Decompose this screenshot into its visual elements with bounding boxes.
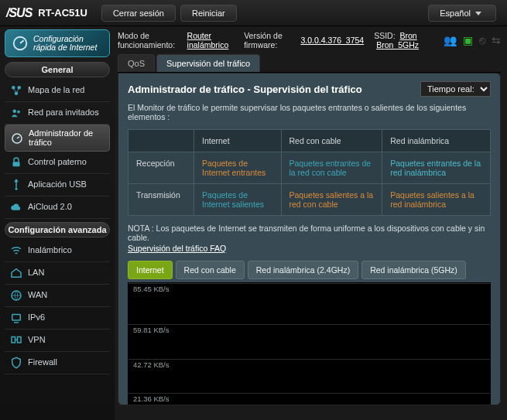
- svg-point-4: [13, 110, 17, 114]
- link-wireless-in[interactable]: Paquetes entrantes de la red inalámbrica: [390, 159, 481, 177]
- network-map-icon: [9, 84, 23, 97]
- top-bar: /SUS RT-AC51U Cerrar sesión Reiniciar Es…: [0, 0, 507, 26]
- globe-icon: [9, 289, 23, 302]
- tab-traffic-monitor[interactable]: Supervisión del tráfico: [156, 54, 260, 72]
- sidebar-item-wan[interactable]: WAN: [5, 285, 110, 307]
- language-label: Español: [440, 9, 471, 18]
- sidebar-item-label: WAN: [28, 291, 47, 300]
- guest-icon: [9, 106, 23, 120]
- info-bar: Modo de funcionamiento: Router inalámbri…: [118, 29, 501, 53]
- model-name: RT-AC51U: [38, 7, 87, 19]
- sidebar-item-label: Red para invitados: [28, 108, 99, 118]
- link-wireless-out[interactable]: Paquetes salientes a la red inalámbrica: [390, 190, 474, 209]
- content-panel: Administrador de tráfico - Supervisión d…: [118, 73, 501, 405]
- sidebar-item-wireless[interactable]: Inalámbrico: [5, 240, 110, 262]
- sidebar-item-parental[interactable]: Control paterno: [5, 152, 110, 174]
- sidebar-item-label: LAN: [28, 268, 44, 278]
- sidebar-item-vpn[interactable]: VPN: [5, 330, 110, 352]
- tab-strip-interfaces: Internet Red con cable Red inalámbrica (…: [128, 261, 491, 279]
- traffic-graph: 85.45 KB/s 59.81 KB/s 42.72 KB/s 21.36 K…: [128, 282, 491, 405]
- usb-status-icon[interactable]: ⎋: [479, 34, 485, 46]
- quick-setup-button[interactable]: Configuración rápida de Internet: [5, 29, 110, 57]
- sidebar-item-label: Aplicación USB: [28, 180, 87, 190]
- tab-iface-wired[interactable]: Red con cable: [176, 261, 245, 279]
- nav-heading-advanced: Configuración avanzada: [5, 222, 110, 237]
- status-icons: 👥 ▣ ⎋ ⇆: [444, 34, 501, 46]
- logout-button[interactable]: Cerrar sesión: [101, 5, 176, 22]
- vpn-icon: [9, 333, 23, 347]
- traffic-table: Internet Red con cable Red inalámbrica R…: [128, 129, 491, 216]
- svg-point-8: [15, 188, 18, 190]
- ssid-24-link[interactable]: Bron: [400, 31, 417, 40]
- sidebar-item-label: Firewall: [28, 358, 57, 367]
- reboot-button[interactable]: Reiniciar: [180, 5, 237, 22]
- link-wired-in[interactable]: Paquetes entrantes de la red con cable: [289, 159, 372, 177]
- svg-point-1: [12, 86, 15, 90]
- sidebar-item-label: VPN: [28, 336, 46, 345]
- sidebar-item-label: IPv6: [28, 313, 45, 323]
- y-tick: 59.81 KB/s: [128, 324, 490, 334]
- sidebar-item-network-map[interactable]: Mapa de la red: [5, 80, 110, 102]
- sidebar-item-firewall[interactable]: Firewall: [5, 352, 110, 374]
- svg-point-2: [18, 86, 22, 90]
- main-area: Modo de funcionamiento: Router inalámbri…: [115, 26, 507, 420]
- sidebar-item-label: Mapa de la red: [28, 86, 84, 95]
- traffic-icon: [10, 131, 24, 145]
- nav-advanced: Inalámbrico LAN WAN IPv6 VPN Firewall: [5, 240, 110, 374]
- sidebar-item-lan[interactable]: LAN: [5, 262, 110, 285]
- link-wired-out[interactable]: Paquetes salientes a la red con cable: [289, 190, 374, 209]
- sidebar: Configuración rápida de Internet General…: [0, 26, 115, 420]
- sidebar-item-traffic-manager[interactable]: Administrador de tráfico: [5, 125, 110, 152]
- link-internet-in[interactable]: Paquetes de Internet entrantes: [202, 159, 265, 177]
- row-reception: Recepción: [128, 152, 194, 184]
- mode-label: Modo de funcionamiento:: [118, 31, 185, 50]
- sidebar-item-aicloud[interactable]: AiCloud 2.0: [5, 196, 110, 219]
- ssid-5-link[interactable]: Bron_5GHz: [376, 40, 419, 50]
- lan-icon: [9, 266, 23, 280]
- y-tick: 21.36 KB/s: [128, 393, 490, 403]
- link-internet-out[interactable]: Paquetes de Internet salientes: [202, 190, 264, 209]
- col-wired: Red con cable: [281, 130, 382, 152]
- row-transmission: Transmisión: [128, 184, 194, 216]
- sidebar-item-label: Control paterno: [28, 158, 87, 167]
- col-wireless: Red inalámbrica: [382, 130, 491, 152]
- svg-point-3: [15, 92, 19, 96]
- y-tick: 85.45 KB/s: [128, 283, 490, 293]
- faq-link[interactable]: Supervisión del tráfico FAQ: [128, 244, 226, 253]
- firmware-label: Versión de firmware:: [244, 31, 298, 50]
- sidebar-item-ipv6[interactable]: IPv6: [5, 307, 110, 330]
- usb-icon: [9, 178, 23, 192]
- mode-value-link[interactable]: Router inalámbrico: [187, 31, 238, 50]
- lock-icon: [9, 155, 23, 169]
- wifi-icon: [9, 244, 23, 258]
- users-icon[interactable]: 👥: [444, 34, 457, 46]
- sidebar-item-label: Administrador de tráfico: [29, 129, 104, 147]
- tab-iface-internet[interactable]: Internet: [128, 261, 173, 279]
- svg-rect-7: [13, 162, 20, 166]
- shield-icon: [9, 356, 23, 370]
- col-internet: Internet: [194, 130, 282, 152]
- ssid-label: SSID:: [374, 31, 395, 40]
- language-select[interactable]: Español: [428, 5, 501, 22]
- svg-rect-11: [12, 337, 15, 343]
- ipv6-icon: [9, 311, 23, 325]
- panel-title: Administrador de tráfico - Supervisión d…: [128, 84, 420, 95]
- link-status-icon[interactable]: ▣: [463, 34, 473, 46]
- tab-iface-wl24[interactable]: Red inalámbrica (2.4GHz): [248, 261, 358, 279]
- brand-logo: /SUS: [6, 6, 32, 20]
- firmware-link[interactable]: 3.0.0.4.376_3754: [300, 36, 364, 45]
- wifi-status-icon[interactable]: ⇆: [492, 34, 501, 46]
- tab-iface-wl5[interactable]: Red inalámbrica (5GHz): [361, 261, 466, 279]
- sidebar-item-usb-app[interactable]: Aplicación USB: [5, 174, 110, 196]
- gauge-icon: [12, 35, 29, 52]
- svg-rect-12: [18, 337, 22, 343]
- sidebar-item-guest-network[interactable]: Red para invitados: [5, 102, 110, 125]
- tab-qos[interactable]: QoS: [118, 54, 155, 72]
- svg-rect-10: [12, 315, 21, 321]
- chevron-down-icon: [475, 12, 481, 15]
- nav-general: Mapa de la red Red para invitados Admini…: [5, 80, 110, 219]
- timeframe-select[interactable]: Tiempo real:: [420, 81, 491, 97]
- sidebar-item-label: Inalámbrico: [28, 246, 72, 255]
- nav-heading-general: General: [5, 62, 110, 77]
- quick-setup-label: Configuración rápida de Internet: [33, 35, 103, 52]
